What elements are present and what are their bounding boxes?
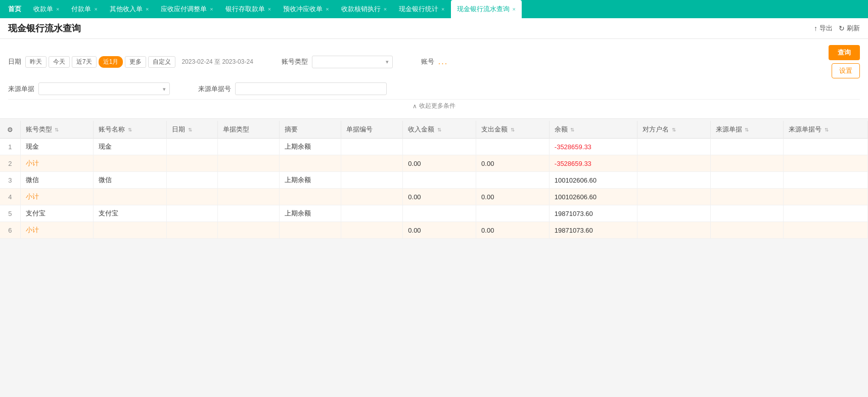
col-counterparty[interactable]: 对方户名 ⇅ <box>637 121 710 139</box>
settings-button[interactable]: 设置 <box>832 63 860 78</box>
cell-no: 1 <box>0 139 20 155</box>
table-header-row: ⚙ 账号类型 ⇅ 账号名称 ⇅ 日期 ⇅ 单据类型 摘要 <box>0 121 868 139</box>
table-row[interactable]: 3 微信 微信 上期余额 100102606.60 <box>0 172 868 189</box>
cell-counterparty <box>637 155 710 172</box>
date-btn-1month[interactable]: 近1月 <box>99 56 123 68</box>
export-label: 导出 <box>819 24 833 33</box>
close-bank-deposit-icon[interactable]: × <box>268 6 271 12</box>
col-gear[interactable]: ⚙ <box>0 121 20 139</box>
account-type-label: 账号类型 <box>282 57 308 66</box>
col-expense-label: 支出金额 <box>481 125 508 133</box>
right-action-buttons: 查询 设置 <box>829 45 860 78</box>
close-receipt-icon[interactable]: × <box>56 6 59 12</box>
table-body: 1 现金 现金 上期余额 -3528659.33 2 小计 0.00 0.00 … <box>0 139 868 239</box>
date-btn-yesterday[interactable]: 昨天 <box>25 56 47 68</box>
col-income[interactable]: 收入金额 ⇅ <box>403 121 476 139</box>
sort-expense-icon: ⇅ <box>511 127 515 133</box>
nav-item-pre-receipt[interactable]: 预收冲应收单 × <box>277 0 335 18</box>
close-cash-bank-flow-icon[interactable]: × <box>513 6 516 12</box>
col-source-doc[interactable]: 来源单据 ⇅ <box>710 121 784 139</box>
nav-item-receipt-verify[interactable]: 收款核销执行 × <box>335 0 393 18</box>
date-btn-7days[interactable]: 近7天 <box>72 56 97 68</box>
col-account-name[interactable]: 账号名称 ⇅ <box>94 121 167 139</box>
cell-source-doc-no <box>784 172 868 189</box>
nav-item-bank-deposit[interactable]: 银行存取款单 × <box>219 0 277 18</box>
table-row[interactable]: 2 小计 0.00 0.00 -3528659.33 <box>0 155 868 172</box>
cell-account-type: 小计 <box>20 222 94 239</box>
cell-expense: 0.00 <box>476 155 550 172</box>
col-balance[interactable]: 余额 ⇅ <box>549 121 637 139</box>
cell-doc-type <box>218 222 280 239</box>
cell-doc-type <box>218 172 280 189</box>
close-pre-receipt-icon[interactable]: × <box>326 6 329 12</box>
col-counterparty-label: 对方户名 <box>643 125 669 133</box>
cell-doc-type <box>218 205 280 222</box>
cell-counterparty <box>637 205 710 222</box>
date-btn-today[interactable]: 今天 <box>49 56 70 68</box>
cell-summary <box>280 222 341 239</box>
nav-item-other-income[interactable]: 其他收入单 × <box>104 0 155 18</box>
table-row[interactable]: 6 小计 0.00 0.00 19871073.60 <box>0 222 868 239</box>
close-receipt-verify-icon[interactable]: × <box>384 6 387 12</box>
account-type-select[interactable] <box>312 56 393 68</box>
col-account-type-label: 账号类型 <box>26 125 52 133</box>
close-ar-ap-icon[interactable]: × <box>210 6 213 12</box>
query-button[interactable]: 查询 <box>829 45 860 60</box>
col-source-doc-no[interactable]: 来源单据号 ⇅ <box>784 121 868 139</box>
source-doc-select[interactable] <box>38 82 170 95</box>
col-summary[interactable]: 摘要 <box>280 121 341 139</box>
source-doc-no-label: 来源单据号 <box>198 84 231 94</box>
query-settings-buttons: 查询 设置 <box>829 45 860 78</box>
nav-item-cash-bank-flow[interactable]: 现金银行流水查询 × <box>451 0 522 18</box>
account-dots-button[interactable]: ... <box>438 57 448 66</box>
table-row[interactable]: 5 支付宝 支付宝 上期余额 19871073.60 <box>0 205 868 222</box>
nav-item-home[interactable]: 首页 <box>2 0 27 18</box>
nav-receipt-verify-label: 收款核销执行 <box>341 5 381 14</box>
table-container: ⚙ 账号类型 ⇅ 账号名称 ⇅ 日期 ⇅ 单据类型 摘要 <box>0 121 868 239</box>
close-payment-icon[interactable]: × <box>94 6 97 12</box>
col-expense[interactable]: 支出金额 ⇅ <box>476 121 550 139</box>
cell-source-doc-no <box>784 155 868 172</box>
date-options: 昨天 今天 近7天 近1月 更多 自定义 <box>25 56 175 68</box>
col-doc-no[interactable]: 单据编号 <box>341 121 403 139</box>
account-label: 账号 <box>421 57 434 66</box>
close-other-income-icon[interactable]: × <box>146 6 149 12</box>
close-cash-bank-stat-icon[interactable]: × <box>441 6 444 12</box>
date-btn-more[interactable]: 更多 <box>125 56 146 68</box>
source-doc-no-input[interactable] <box>235 82 387 95</box>
sort-source-doc-no-icon: ⇅ <box>825 127 829 133</box>
cell-account-name <box>94 222 167 239</box>
cell-expense: 0.00 <box>476 189 550 205</box>
col-account-type[interactable]: 账号类型 ⇅ <box>20 121 94 139</box>
cell-date <box>167 155 218 172</box>
table-row[interactable]: 1 现金 现金 上期余额 -3528659.33 <box>0 139 868 155</box>
col-account-name-label: 账号名称 <box>99 125 125 133</box>
cell-balance: -3528659.33 <box>549 155 637 172</box>
nav-item-cash-bank-stat[interactable]: 现金银行统计 × <box>393 0 450 18</box>
col-doc-type-label: 单据类型 <box>223 125 249 133</box>
date-btn-custom[interactable]: 自定义 <box>148 56 175 68</box>
col-date[interactable]: 日期 ⇅ <box>167 121 218 139</box>
cell-doc-no <box>341 189 403 205</box>
cell-no: 3 <box>0 172 20 189</box>
cell-summary <box>280 155 341 172</box>
sort-counterparty-icon: ⇅ <box>672 127 676 133</box>
nav-item-payment[interactable]: 付款单 × <box>65 0 103 18</box>
table-row[interactable]: 4 小计 0.00 0.00 100102606.60 <box>0 189 868 205</box>
col-doc-type[interactable]: 单据类型 <box>218 121 280 139</box>
nav-item-ar-ap-adjust[interactable]: 应收应付调整单 × <box>155 0 219 18</box>
collapse-bar[interactable]: ∧ 收起更多条件 <box>8 99 860 112</box>
nav-cash-bank-stat-label: 现金银行统计 <box>399 5 438 14</box>
cell-income: 0.00 <box>403 189 476 205</box>
refresh-button[interactable]: ↻ 刷新 <box>839 24 860 33</box>
gear-icon: ⚙ <box>7 126 13 134</box>
nav-item-receipt[interactable]: 收款单 × <box>27 0 65 18</box>
cell-source-doc-no <box>784 189 868 205</box>
cell-summary: 上期余额 <box>280 172 341 189</box>
cell-doc-no <box>341 155 403 172</box>
source-doc-label: 来源单据 <box>8 84 34 94</box>
filter-area: 日期 昨天 今天 近7天 近1月 更多 自定义 2023-02-24 至 202… <box>0 39 868 119</box>
cell-no: 5 <box>0 205 20 222</box>
export-button[interactable]: ↑ 导出 <box>814 24 833 33</box>
cell-date <box>167 189 218 205</box>
